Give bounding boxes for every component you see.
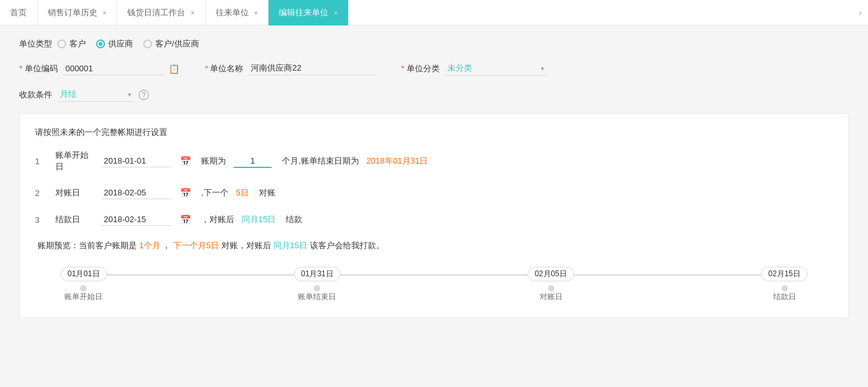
tabs-bar: 首页 销售订单历史 × 钱货日清工作台 × 往来单位 × 编辑往来单位 × ›: [0, 0, 868, 25]
unit-category-arrow-icon: ▾: [541, 65, 544, 72]
period-row-2-cal-icon[interactable]: 📅: [180, 188, 191, 198]
timeline-sublabel-4: 结款日: [773, 292, 796, 302]
tab-cash-ledger[interactable]: 钱货日清工作台 ×: [117, 0, 205, 25]
timeline-point-1: 01月01日 账单开始日: [60, 267, 107, 302]
tab-edit-counterpart-label: 编辑往来单位: [279, 7, 328, 18]
unit-type-radio-group: 客户 供应商 客户/供应商: [57, 38, 199, 50]
tab-sales-history[interactable]: 销售订单历史 ×: [38, 0, 117, 25]
period-row-2-label: 对账日: [55, 187, 94, 199]
unit-code-input[interactable]: [63, 62, 165, 75]
payment-terms-select[interactable]: 月结 ▾: [57, 87, 134, 102]
period-row-3-desc-after: 结款: [286, 214, 302, 225]
radio-supplier[interactable]: 供应商: [96, 38, 133, 50]
period-row-3-cal-icon[interactable]: 📅: [180, 215, 191, 225]
radio-customer-circle: [57, 39, 66, 48]
tab-sales-history-close[interactable]: ×: [102, 9, 106, 17]
payment-terms-arrow-icon: ▾: [128, 91, 131, 98]
radio-supplier-label: 供应商: [108, 38, 133, 50]
tab-cash-ledger-close[interactable]: ×: [190, 9, 194, 17]
period-row-3-label: 结款日: [55, 214, 94, 225]
unit-name-label: 单位名称: [205, 63, 244, 74]
period-row-3-highlight: 同月15日: [242, 214, 276, 225]
unit-type-label: 单位类型: [19, 38, 52, 50]
tab-counterparts-label: 往来单位: [216, 7, 249, 18]
timeline-dot-1: [80, 285, 87, 292]
timeline-label-1: 01月01日: [60, 267, 107, 281]
tab-cash-ledger-label: 钱货日清工作台: [127, 7, 185, 18]
period-row-3: 3 结款日 📅 ，对账后 同月15日 结款: [35, 213, 833, 226]
payment-terms-row: 收款条件 月结 ▾ ?: [19, 87, 849, 102]
timeline-container: 01月01日 账单开始日 01月31日 账单结束日 02月05日 对账日 02月…: [35, 267, 833, 302]
tab-counterparts-close[interactable]: ×: [254, 9, 258, 17]
radio-customer-supplier-label: 客户/供应商: [155, 38, 199, 50]
timeline-point-3: 02月05日 对账日: [528, 267, 574, 302]
tab-counterparts[interactable]: 往来单位 ×: [206, 0, 269, 25]
tab-home[interactable]: 首页: [0, 0, 38, 25]
period-row-1-num: 1: [35, 157, 48, 166]
preview-part1: 1个月: [139, 241, 160, 250]
timeline-points: 01月01日 账单开始日 01月31日 账单结束日 02月05日 对账日 02月…: [60, 267, 808, 302]
period-row-1-num-input[interactable]: [234, 155, 272, 168]
unit-name-group: 单位名称: [205, 62, 376, 75]
preview-text: 账期预览：当前客户账期是 1个月 ， 下一个月5日 对账，对账后 同月15日 该…: [35, 240, 833, 251]
timeline-sublabel-3: 对账日: [540, 292, 563, 302]
period-row-1-cal-icon[interactable]: 📅: [180, 156, 191, 166]
radio-customer-supplier-circle: [143, 39, 152, 48]
unit-category-group: 单位分类 未分类 ▾: [401, 61, 547, 76]
period-row-1-desc-after: 个月,账单结束日期为: [282, 155, 359, 167]
tabs-expand-button[interactable]: ›: [853, 8, 868, 17]
unit-category-value: 未分类: [447, 62, 538, 74]
radio-customer-supplier[interactable]: 客户/供应商: [143, 38, 199, 50]
unit-category-label: 单位分类: [401, 63, 440, 74]
timeline-sublabel-1: 账单开始日: [64, 292, 102, 302]
unit-code-icon[interactable]: 📋: [169, 64, 179, 74]
timeline-point-4: 02月15日 结款日: [761, 267, 808, 302]
timeline-label-3: 02月05日: [528, 267, 574, 281]
period-row-2-desc-before: ,下一个: [201, 187, 228, 199]
preview-part3: 同月15日: [274, 241, 307, 250]
unit-category-select[interactable]: 未分类 ▾: [445, 61, 547, 76]
period-row-1-end-date: 2018年01月31日: [367, 155, 428, 167]
period-card: 请按照未来的一个完整帐期进行设置 1 账单开始日 📅 账期为 个月,账单结束日期…: [19, 113, 849, 318]
tab-edit-counterpart-close[interactable]: ×: [333, 9, 337, 17]
unit-type-row: 单位类型 客户 供应商 客户/供应商: [19, 38, 849, 50]
timeline-dot-4: [781, 285, 788, 292]
unit-code-group: 单位编码 📋: [19, 62, 179, 75]
timeline-point-2: 01月31日 账单结束日: [294, 267, 340, 302]
radio-customer[interactable]: 客户: [57, 38, 86, 50]
period-row-3-date-input[interactable]: [101, 213, 171, 226]
timeline-label-2: 01月31日: [294, 267, 340, 281]
radio-supplier-circle: [96, 39, 105, 48]
period-row-1-label: 账单开始日: [55, 150, 94, 172]
tab-home-label: 首页: [10, 7, 27, 18]
period-row-3-num: 3: [35, 215, 48, 225]
unit-code-label: 单位编码: [19, 63, 58, 74]
period-row-2: 2 对账日 📅 ,下一个 5日 对账: [35, 186, 833, 199]
period-row-1-desc-before: 账期为: [201, 155, 226, 167]
period-card-title: 请按照未来的一个完整帐期进行设置: [35, 127, 833, 138]
period-row-2-date-input[interactable]: [101, 186, 171, 199]
main-content: 单位类型 客户 供应商 客户/供应商 单位编码 📋 单位名称: [0, 25, 868, 387]
period-row-1: 1 账单开始日 📅 账期为 个月,账单结束日期为 2018年01月31日: [35, 150, 833, 172]
radio-customer-label: 客户: [69, 38, 86, 50]
unit-info-row: 单位编码 📋 单位名称 单位分类 未分类 ▾: [19, 61, 849, 76]
tab-sales-history-label: 销售订单历史: [48, 7, 97, 18]
period-row-1-date-input[interactable]: [101, 155, 171, 167]
period-row-2-highlight: 5日: [236, 187, 249, 199]
period-row-2-desc-after: 对账: [259, 187, 276, 199]
timeline-dot-2: [314, 285, 320, 292]
payment-terms-value: 月结: [60, 88, 125, 100]
timeline-dot-3: [548, 285, 554, 292]
payment-terms-help-icon[interactable]: ?: [139, 90, 149, 100]
timeline-label-4: 02月15日: [761, 267, 808, 281]
period-row-3-desc-before: ，对账后: [201, 214, 234, 225]
period-row-2-num: 2: [35, 188, 48, 198]
tab-edit-counterpart[interactable]: 编辑往来单位 ×: [269, 0, 348, 25]
preview-middle2: 对账，对账后: [221, 241, 271, 250]
preview-part2: 下一个月5日: [173, 241, 219, 250]
payment-terms-label: 收款条件: [19, 89, 52, 101]
unit-name-input[interactable]: [248, 62, 375, 75]
timeline-sublabel-2: 账单结束日: [298, 292, 336, 302]
preview-prefix: 账期预览：当前客户账期是: [38, 241, 137, 250]
preview-suffix: 该客户会给我打款。: [310, 241, 384, 250]
